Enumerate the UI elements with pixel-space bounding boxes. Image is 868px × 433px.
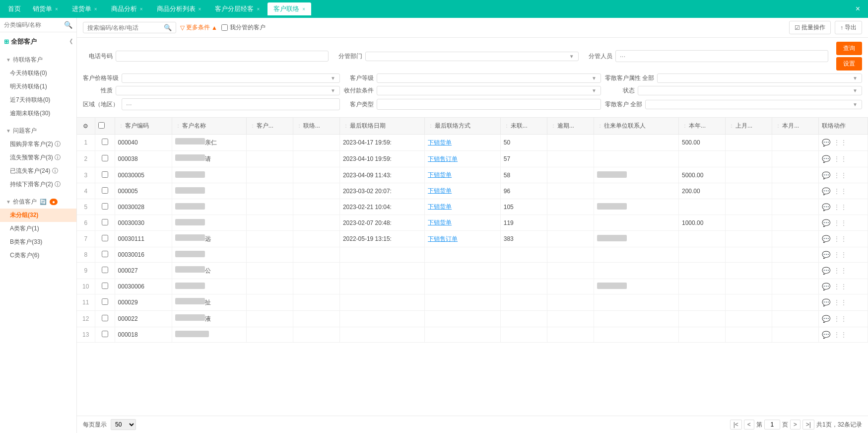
- th-contact-person[interactable]: ：往来单位联系人: [594, 118, 678, 135]
- action-more-icon[interactable]: ⋮⋮: [833, 267, 847, 275]
- nature-select[interactable]: ▼: [116, 86, 340, 95]
- action-chat-icon[interactable]: 💬: [822, 251, 830, 259]
- phone-input[interactable]: [116, 51, 329, 62]
- retail-attr-select[interactable]: ▼: [657, 73, 862, 83]
- sidebar-search-icon[interactable]: 🔍: [64, 21, 72, 29]
- page-first-button[interactable]: |<: [730, 420, 742, 430]
- action-more-icon[interactable]: ⋮⋮: [833, 315, 847, 323]
- filter-search-input[interactable]: [87, 24, 162, 31]
- close-sales-order-icon[interactable]: ×: [55, 6, 58, 12]
- action-chat-icon[interactable]: 💬: [822, 139, 830, 146]
- nav-customer-segment[interactable]: 客户分层经客 ×: [209, 2, 266, 15]
- th-last-date[interactable]: ：最后联络日期: [339, 118, 424, 135]
- th-code[interactable]: ：客户编码: [115, 118, 172, 135]
- sidebar-all-customers[interactable]: ⊞ 全部客户 《: [0, 34, 76, 49]
- close-customer-contact-icon[interactable]: ×: [302, 6, 305, 12]
- action-chat-icon[interactable]: 💬: [822, 235, 830, 243]
- sidebar-item-ungroup[interactable]: 未分组(32): [0, 209, 76, 222]
- action-more-icon[interactable]: ⋮⋮: [833, 331, 847, 339]
- action-more-icon[interactable]: ⋮⋮: [833, 235, 847, 243]
- last-method-link[interactable]: 下销售订单: [428, 235, 458, 242]
- action-more-icon[interactable]: ⋮⋮: [833, 219, 847, 227]
- action-chat-icon[interactable]: 💬: [822, 283, 830, 290]
- action-more-icon[interactable]: ⋮⋮: [833, 283, 847, 290]
- last-method-link[interactable]: 下销货单: [428, 219, 452, 226]
- window-close-button[interactable]: ×: [852, 4, 864, 13]
- row-checkbox[interactable]: [102, 203, 108, 210]
- row-checkbox[interactable]: [102, 267, 108, 273]
- action-chat-icon[interactable]: 💬: [822, 267, 830, 275]
- sidebar-group-pending-contact[interactable]: ▼ 待联络客户: [0, 53, 76, 67]
- action-more-icon[interactable]: ⋮⋮: [833, 203, 847, 211]
- close-customer-segment-icon[interactable]: ×: [257, 6, 260, 12]
- row-checkbox[interactable]: [102, 171, 108, 178]
- batch-operation-button[interactable]: ☑ 批量操作: [789, 21, 831, 34]
- row-checkbox[interactable]: [102, 315, 108, 321]
- th-last-method[interactable]: ：最后联络方式: [425, 118, 501, 135]
- last-method-link[interactable]: 下销货单: [428, 187, 452, 194]
- th-type[interactable]: ：客户...: [246, 118, 293, 135]
- sidebar-item-class-b[interactable]: B类客户(33): [0, 235, 76, 249]
- payment-select[interactable]: ▼: [377, 86, 601, 95]
- action-chat-icon[interactable]: 💬: [822, 331, 830, 339]
- sidebar-collapse-icon[interactable]: 《: [67, 38, 72, 46]
- row-checkbox[interactable]: [102, 331, 108, 337]
- row-checkbox[interactable]: [102, 283, 108, 289]
- row-checkbox[interactable]: [102, 187, 108, 194]
- filter-search-icon[interactable]: 🔍: [164, 24, 172, 31]
- close-product-analysis-icon[interactable]: ×: [140, 6, 143, 12]
- department-select[interactable]: ▼: [365, 52, 578, 61]
- last-method-link[interactable]: 下销货单: [428, 139, 452, 146]
- filter-my-customers-checkbox[interactable]: [221, 24, 228, 31]
- nav-sales-order[interactable]: 销货单 ×: [27, 2, 64, 15]
- sidebar-item-tomorrow-pending[interactable]: 明天待联络(1): [0, 80, 76, 93]
- action-chat-icon[interactable]: 💬: [822, 219, 830, 227]
- sidebar-group-value-customer[interactable]: ▼ 价值客户 🔄 ●: [0, 195, 76, 209]
- row-checkbox[interactable]: [102, 298, 108, 305]
- sidebar-search-input[interactable]: [4, 21, 62, 28]
- last-method-link[interactable]: 下销货单: [428, 203, 452, 210]
- nav-product-analysis[interactable]: 商品分析 ×: [105, 2, 149, 15]
- row-checkbox[interactable]: [102, 139, 108, 145]
- sidebar-item-class-a[interactable]: A类客户(1): [0, 222, 76, 235]
- action-more-icon[interactable]: ⋮⋮: [833, 171, 847, 179]
- page-last-button[interactable]: >|: [802, 420, 814, 430]
- th-settings[interactable]: ⚙: [77, 118, 95, 135]
- action-chat-icon[interactable]: 💬: [822, 203, 830, 211]
- nav-purchase-order[interactable]: 进货单 ×: [66, 2, 103, 15]
- customer-level-select[interactable]: ▼: [377, 73, 601, 83]
- status-select[interactable]: ▼: [638, 86, 862, 95]
- action-chat-icon[interactable]: 💬: [822, 315, 830, 323]
- action-more-icon[interactable]: ⋮⋮: [833, 298, 847, 306]
- page-input[interactable]: [764, 420, 780, 430]
- customer-type-input[interactable]: [377, 99, 601, 110]
- export-button[interactable]: ↑ 导出: [835, 21, 862, 34]
- sidebar-item-abnormal-purchase[interactable]: 囤购异常客户(2) ⓘ: [0, 138, 76, 151]
- sidebar-item-today-pending[interactable]: 今天待联络(0): [0, 67, 76, 80]
- last-method-link[interactable]: 下销售订单: [428, 155, 458, 162]
- close-product-analysis-list-icon[interactable]: ×: [199, 6, 201, 12]
- reset-button[interactable]: 设置: [836, 57, 862, 71]
- action-more-icon[interactable]: ⋮⋮: [833, 187, 847, 195]
- th-last-month[interactable]: ：上月...: [726, 118, 772, 135]
- sidebar-item-declining-customer[interactable]: 持续下滑客户(2) ⓘ: [0, 178, 76, 191]
- action-chat-icon[interactable]: 💬: [822, 155, 830, 163]
- sidebar-item-lost-customer[interactable]: 已流失客户(24) ⓘ: [0, 164, 76, 178]
- row-checkbox[interactable]: [102, 155, 108, 161]
- manager-input[interactable]: [615, 50, 828, 62]
- action-chat-icon[interactable]: 💬: [822, 298, 830, 306]
- sidebar-item-churn-warning[interactable]: 流失预警客户(3) ⓘ: [0, 151, 76, 164]
- sidebar-item-overdue-pending[interactable]: 逾期未联络(30): [0, 107, 76, 120]
- th-name[interactable]: ：客户名称: [172, 118, 247, 135]
- row-checkbox[interactable]: [102, 219, 108, 225]
- nav-home[interactable]: 首页: [4, 2, 25, 15]
- region-input[interactable]: [122, 98, 340, 110]
- retail-customer-select[interactable]: ▼: [645, 100, 862, 109]
- th-this-month[interactable]: ：本月...: [772, 118, 819, 135]
- per-page-select[interactable]: 50 20 100: [111, 419, 136, 430]
- value-customer-refresh-icon[interactable]: 🔄: [40, 199, 47, 205]
- sidebar-item-7day-pending[interactable]: 近7天待联络(0): [0, 93, 76, 107]
- th-this-year[interactable]: ：本年...: [679, 118, 726, 135]
- page-next-button[interactable]: >: [790, 420, 801, 430]
- nav-customer-contact[interactable]: 客户联络 ×: [267, 2, 311, 15]
